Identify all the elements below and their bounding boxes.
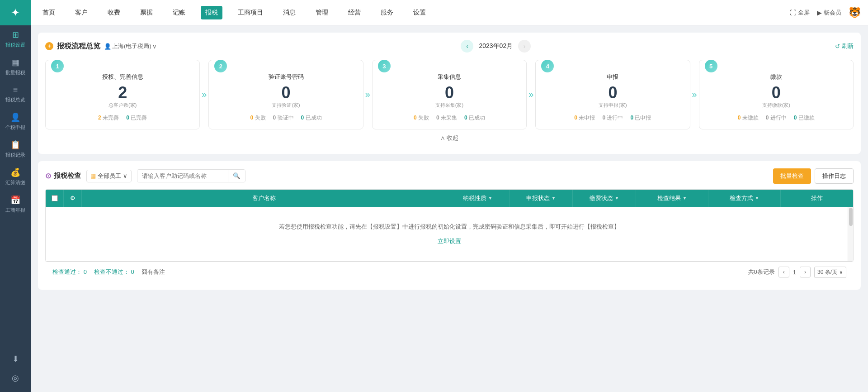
topnav-management[interactable]: 管理: [311, 6, 333, 19]
sidebar-item-individual-tax[interactable]: 👤 个税申报: [0, 108, 31, 135]
stat-incomplete: 2 未完善: [98, 114, 119, 122]
setup-link[interactable]: 立即设置: [438, 238, 461, 244]
sidebar-item-settlement[interactable]: 💰 汇算清缴: [0, 163, 31, 191]
stat-verifying: 0 验证中: [273, 114, 294, 122]
flow-step-5: 5 缴款 0 支持缴款(家) 0 未缴款 0 进行中: [699, 60, 854, 129]
step-sublabel-5: 支持缴款(家): [707, 102, 846, 109]
topnav-operations[interactable]: 经营: [344, 6, 365, 19]
filter-chevron-icon: ∨: [123, 172, 127, 179]
check-actions: 批量检查 操作日志: [773, 168, 854, 184]
topnav-fees[interactable]: 收费: [103, 6, 125, 19]
th-check-result[interactable]: 检查结果 ▼: [636, 190, 708, 207]
search-box: 🔍: [137, 169, 245, 182]
step-sublabel-3: 支持采集(家): [380, 102, 519, 109]
app-logo[interactable]: ✦: [0, 0, 31, 25]
topnav-services[interactable]: 服务: [376, 6, 398, 19]
step-sublabel-2: 支持验证(家): [216, 102, 355, 109]
sidebar-item-batch-tax[interactable]: ▦ 批量报税: [0, 53, 31, 81]
refresh-btn[interactable]: ↺ 刷新: [835, 42, 854, 50]
member-btn[interactable]: ▶ 畅会员: [817, 9, 841, 17]
step-count-3: 0: [380, 84, 519, 102]
topnav-invoices[interactable]: 票据: [136, 6, 157, 19]
topnav-home[interactable]: 首页: [38, 6, 60, 19]
sidebar-item-tax-settings[interactable]: ⊞ 报税设置: [0, 25, 31, 53]
sidebar-item-download[interactable]: ⬇: [0, 349, 31, 368]
batch-tax-icon: ▦: [12, 57, 19, 67]
topnav-clients[interactable]: 客户: [71, 6, 92, 19]
next-month-btn[interactable]: ›: [518, 40, 531, 53]
table-scrollbar[interactable]: [848, 207, 853, 261]
collapse-icon: ∧: [440, 134, 445, 141]
arrow-4: »: [690, 60, 699, 129]
th-settings[interactable]: ⚙: [64, 190, 82, 207]
topnav-right: ⛶ 全屏 ▶ 畅会员 🐯: [790, 7, 861, 19]
batch-check-button[interactable]: 批量检查: [773, 168, 811, 184]
flow-card-title: 报税流程总览: [57, 42, 100, 51]
filter-icon-2: ▼: [552, 196, 556, 201]
flow-card-header: + 报税流程总览 👤 上海(电子税局) ∨ ‹ 2023年02月 › ↺ 刷新: [45, 40, 854, 53]
step-sublabel-4: 支持申报(家): [543, 102, 682, 109]
fullscreen-btn[interactable]: ⛶ 全屏: [790, 9, 810, 17]
topnav-messages[interactable]: 消息: [278, 6, 300, 19]
topnav-commerce[interactable]: 工商项目: [233, 6, 268, 19]
th-tax-nature[interactable]: 纳税性质 ▼: [446, 190, 509, 207]
current-page: 1: [793, 269, 796, 276]
per-page-chevron: ∨: [839, 269, 843, 275]
topnav-tax[interactable]: 报税: [201, 6, 222, 19]
filter-icon-1: ▼: [488, 196, 493, 201]
staff-filter[interactable]: ▦ 全部员工 ∨: [86, 170, 132, 182]
content: + 报税流程总览 👤 上海(电子税局) ∨ ‹ 2023年02月 › ↺ 刷新: [31, 25, 868, 392]
location-selector[interactable]: 👤 上海(电子税局) ∨: [104, 42, 157, 50]
step-num-2: 2: [214, 60, 227, 72]
operation-log-button[interactable]: 操作日志: [815, 168, 854, 184]
prev-month-btn[interactable]: ‹: [461, 40, 473, 53]
th-payment-status[interactable]: 缴费状态 ▼: [573, 190, 636, 207]
prev-page-btn[interactable]: ‹: [778, 267, 789, 277]
pass-value[interactable]: 0: [84, 268, 87, 275]
topnav: 首页 客户 收费 票据 记账 报税 工商项目 消息 管理 经营 服务 设置 ⛶ …: [31, 0, 868, 25]
stat-complete: 0 已完善: [126, 114, 147, 122]
step-name-1: 授权、完善信息: [53, 73, 192, 81]
fullscreen-icon: ⛶: [790, 9, 796, 16]
scroll-thumb: [849, 208, 853, 226]
fail-value[interactable]: 0: [131, 268, 134, 275]
chevron-down-icon: ∨: [152, 43, 157, 50]
step-stats-2: 0 失败 0 验证中 0 已成功: [216, 114, 355, 122]
step-num-3: 3: [378, 60, 391, 72]
pass-stat: 检查通过： 0: [52, 268, 87, 276]
tax-overview-icon: ≡: [13, 85, 18, 95]
note-stat: 囧有备注: [142, 268, 165, 276]
fail-stat: 检查不通过： 0: [94, 268, 134, 276]
next-page-btn[interactable]: ›: [800, 267, 811, 277]
annual-report-icon: 📅: [10, 195, 20, 205]
th-client-name[interactable]: 客户名称: [82, 190, 446, 207]
flow-step-3: 3 采集信息 0 支持采集(家) 0 失败 0 未采集: [372, 60, 527, 129]
table-header: ⚙ 客户名称 纳税性质 ▼ 申报状态 ▼ 缴费状态 ▼: [46, 190, 853, 207]
stat-filing: 0 进行中: [602, 114, 623, 122]
flow-step-2: 2 验证账号密码 0 支持验证(家) 0 失败 0 验证中: [208, 60, 363, 129]
step-sublabel-1: 总客户数(家): [53, 102, 192, 109]
step-stats-5: 0 未缴款 0 进行中 0 已缴款: [707, 114, 846, 122]
sidebar-item-tax-records[interactable]: 📋 报税记录: [0, 135, 31, 163]
sidebar-item-annual-report[interactable]: 📅 工商年报: [0, 191, 31, 218]
location-person-icon: 👤: [104, 43, 111, 50]
sidebar-item-location[interactable]: ◎: [0, 368, 31, 387]
avatar[interactable]: 🐯: [849, 7, 861, 19]
th-check-method[interactable]: 检查方式 ▼: [708, 190, 781, 207]
search-button[interactable]: 🔍: [228, 170, 245, 182]
tax-settings-icon: ⊞: [12, 30, 19, 40]
topnav-accounting[interactable]: 记账: [168, 6, 190, 19]
th-filing-status[interactable]: 申报状态 ▼: [509, 190, 573, 207]
topnav-settings[interactable]: 设置: [409, 6, 430, 19]
th-checkbox[interactable]: [46, 190, 64, 207]
select-all-checkbox[interactable]: [52, 195, 58, 201]
arrow-1: »: [200, 60, 208, 129]
search-input[interactable]: [137, 170, 228, 182]
step-count-1: 2: [53, 84, 192, 102]
sidebar-item-tax-overview[interactable]: ≡ 报税总览: [0, 81, 31, 108]
collapse-btn[interactable]: ∧ 收起: [45, 129, 854, 147]
filter-icon-5: ▼: [755, 196, 760, 201]
total-records: 共0条记录: [748, 268, 775, 276]
per-page-selector[interactable]: 30 条/页 ∨: [814, 267, 846, 278]
refresh-icon: ↺: [835, 43, 840, 50]
